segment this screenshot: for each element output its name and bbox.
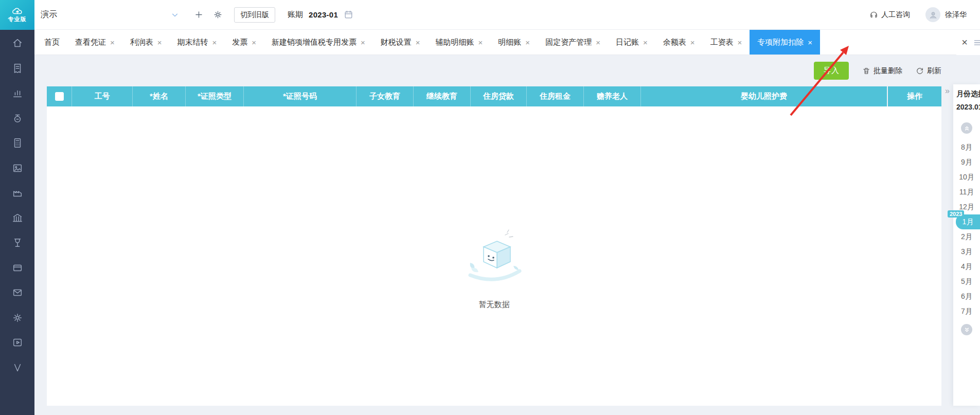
sidebar-nav-item[interactable]: [0, 280, 34, 305]
scroll-months-up-button[interactable]: [961, 122, 972, 134]
month-item[interactable]: 2023 2月: [953, 229, 980, 244]
tab[interactable]: 辅助明细账 ×: [428, 30, 491, 55]
tab-close-icon[interactable]: ×: [252, 39, 256, 46]
tab[interactable]: 财税设置 ×: [373, 30, 428, 55]
switch-old-version-button[interactable]: 切到旧版: [234, 7, 275, 23]
tab-label: 固定资产管理: [545, 38, 592, 47]
tab-close-icon[interactable]: ×: [361, 39, 365, 46]
tab-label: 查看凭证: [75, 38, 106, 47]
column-header: *证照类型: [186, 86, 244, 106]
month-item[interactable]: 2023 11月: [953, 185, 980, 200]
settings-button[interactable]: [213, 10, 223, 20]
tab[interactable]: 日记账 ×: [608, 30, 655, 55]
month-item[interactable]: 2023 9月: [953, 155, 980, 170]
tab[interactable]: 明细账 ×: [490, 30, 538, 55]
sidebar-nav-item[interactable]: [0, 355, 34, 381]
employee-table: 工号 *姓名 *证照类型 *证照号码 子女教育 继: [47, 86, 941, 406]
tab-close-icon[interactable]: ×: [596, 39, 600, 46]
month-item[interactable]: 2023 4月: [953, 259, 980, 274]
tab[interactable]: 固定资产管理 ×: [538, 30, 608, 55]
period-label: 账期: [288, 10, 303, 20]
tab-close-icon[interactable]: ×: [416, 39, 420, 46]
sidebar-nav-item[interactable]: [0, 330, 34, 355]
username[interactable]: 徐泽华: [945, 10, 967, 20]
batch-delete-button[interactable]: 批量删除: [862, 66, 902, 76]
month-list: 2023 8月 2023 9月 2023 10月 2023 11月 2023 1…: [953, 140, 980, 319]
cloud-logo-icon: [12, 7, 23, 15]
sidebar-nav-item[interactable]: [0, 81, 34, 106]
tab-label: 新建销项增值税专用发票: [272, 38, 357, 47]
calendar-icon[interactable]: [344, 10, 353, 20]
refresh-icon: [916, 67, 924, 75]
tab-close-icon[interactable]: ×: [525, 39, 530, 46]
sidebar-nav-item[interactable]: [0, 56, 34, 81]
tab-label: 发票: [232, 38, 247, 47]
sidebar-nav-item[interactable]: [0, 31, 34, 56]
empty-box-illustration: [456, 228, 533, 284]
month-item[interactable]: 2023 10月: [953, 170, 980, 185]
tab-close-icon[interactable]: ×: [478, 39, 483, 46]
tab-close-icon[interactable]: ×: [110, 39, 115, 46]
tab-close-icon[interactable]: ×: [690, 39, 695, 46]
user-icon: [929, 10, 938, 20]
avatar[interactable]: [925, 7, 940, 22]
month-item[interactable]: 2023 6月: [953, 289, 980, 304]
month-label: 3月: [961, 247, 972, 257]
month-label: 7月: [961, 307, 972, 316]
month-label: 8月: [961, 143, 972, 152]
tab[interactable]: 新建销项增值税专用发票 ×: [264, 30, 373, 55]
sidebar-nav-item[interactable]: [0, 230, 34, 256]
sidebar-nav-item[interactable]: [0, 131, 34, 156]
tab-close-icon[interactable]: ×: [808, 39, 812, 46]
sidebar-nav-item[interactable]: [0, 106, 34, 131]
sidebar-nav-item[interactable]: [0, 156, 34, 181]
month-item[interactable]: 2023 1月: [956, 214, 980, 229]
import-button[interactable]: 导入: [814, 62, 849, 80]
month-label: 10月: [959, 173, 974, 182]
month-item[interactable]: 2023 3月: [953, 244, 980, 259]
sidebar-nav-item[interactable]: [0, 206, 34, 231]
tab[interactable]: 发票 ×: [224, 30, 264, 55]
tab-close-icon[interactable]: ×: [643, 39, 648, 46]
month-label: 11月: [959, 188, 974, 197]
collapse-panel-icon[interactable]: »: [945, 86, 950, 96]
tab-label: 辅助明细账: [436, 38, 474, 47]
close-all-tabs-icon[interactable]: ×: [956, 37, 973, 48]
trash-icon: [862, 67, 870, 75]
add-account-button[interactable]: [194, 10, 204, 20]
tab[interactable]: 工资表 ×: [702, 30, 750, 55]
table-header-row: 工号 *姓名 *证照类型 *证照号码 子女教育 继: [47, 86, 941, 106]
tab[interactable]: 余额表 ×: [655, 30, 703, 55]
tab-list-icon[interactable]: [973, 38, 980, 48]
tab-close-icon[interactable]: ×: [157, 39, 162, 46]
month-item[interactable]: 2023 7月: [953, 304, 980, 319]
refresh-button[interactable]: 刷新: [916, 66, 941, 76]
table-columns: 工号 *姓名 *证照类型 *证照号码 子女教育 继: [72, 86, 887, 106]
sidebar-nav-item[interactable]: [0, 305, 34, 331]
scroll-months-down-button[interactable]: [961, 324, 972, 335]
settings-icon: [12, 312, 23, 323]
month-item[interactable]: 2023 8月: [953, 140, 980, 155]
select-all-checkbox[interactable]: [55, 92, 64, 101]
support-link[interactable]: 人工咨询: [869, 10, 910, 20]
column-header: 婴幼儿照护费: [641, 86, 887, 106]
tab[interactable]: 期末结转 ×: [170, 30, 225, 55]
column-header: 继续教育: [414, 86, 471, 106]
sidebar-nav-item[interactable]: [0, 181, 34, 206]
period-value[interactable]: 2023-01: [309, 10, 338, 19]
month-label: 4月: [961, 262, 972, 272]
tab[interactable]: 查看凭证 ×: [67, 30, 122, 55]
tab-bar: 首页 × 查看凭证 × 利润表 × 期末结转 × 发票 × 新建销项增值税专用发…: [34, 30, 980, 55]
month-panel-title: 月份选择: [956, 89, 980, 99]
month-label: 5月: [961, 277, 972, 286]
sidebar-nav-item[interactable]: [0, 256, 34, 281]
tab-close-icon[interactable]: ×: [737, 39, 742, 46]
tab[interactable]: 专项附加扣除 ×: [750, 30, 820, 55]
company-select[interactable]: 演示: [41, 9, 179, 20]
invoice-icon: [12, 63, 23, 74]
bank-icon: [12, 212, 23, 224]
tab[interactable]: 利润表 ×: [122, 30, 170, 55]
tab[interactable]: 首页 ×: [37, 30, 67, 55]
month-item[interactable]: 2023 5月: [953, 274, 980, 289]
tab-close-icon[interactable]: ×: [212, 39, 217, 46]
